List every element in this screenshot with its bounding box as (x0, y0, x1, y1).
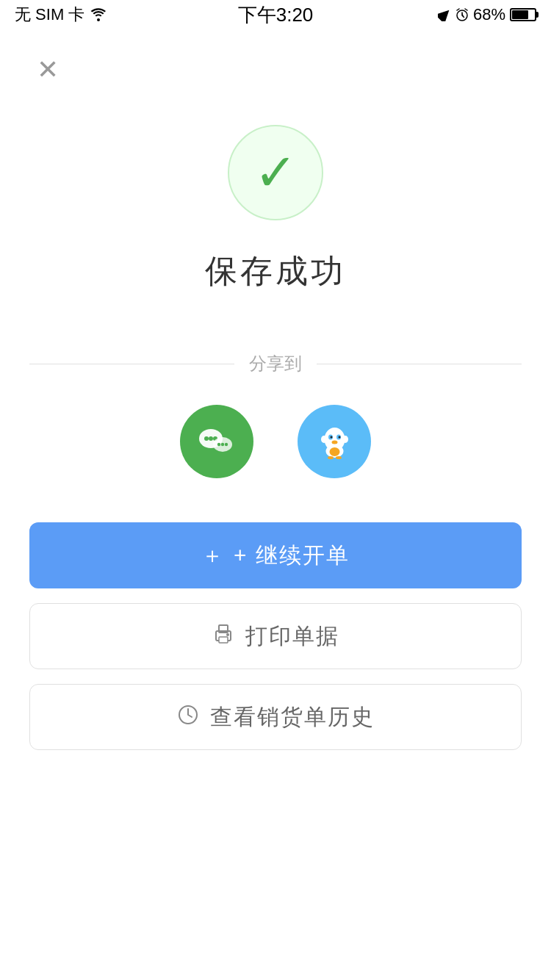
share-icons (29, 405, 522, 478)
plus-icon: ＋ (201, 541, 223, 571)
svg-point-19 (328, 456, 334, 459)
check-circle: ✓ (228, 125, 323, 220)
qq-icon (314, 422, 355, 462)
history-label: 查看销货单历史 (210, 702, 375, 732)
svg-point-20 (336, 456, 342, 459)
svg-point-18 (342, 436, 348, 443)
no-sim-text: 无 SIM 卡 (15, 4, 84, 26)
svg-point-8 (225, 443, 228, 446)
wechat-share-button[interactable] (180, 405, 253, 478)
share-label: 分享到 (234, 352, 317, 375)
svg-rect-22 (219, 637, 228, 643)
location-icon (438, 8, 451, 21)
continue-order-label: + 继续开单 (234, 541, 350, 571)
qq-share-button[interactable] (298, 405, 371, 478)
svg-point-2 (204, 436, 209, 441)
svg-point-3 (209, 436, 213, 441)
battery-percent: 68% (473, 5, 505, 24)
close-icon: ✕ (37, 57, 59, 83)
battery-icon (510, 8, 536, 21)
svg-point-17 (321, 436, 327, 443)
svg-point-6 (217, 443, 220, 446)
success-section: ✓ 保存成功 (29, 110, 522, 330)
close-button[interactable]: ✕ (29, 51, 66, 88)
status-bar: 无 SIM 卡 下午3:20 68% (0, 0, 551, 29)
continue-order-button[interactable]: ＋ + 继续开单 (29, 522, 522, 588)
wechat-icon (195, 419, 239, 464)
history-button[interactable]: 查看销货单历史 (29, 684, 522, 750)
print-label: 打印单据 (245, 621, 339, 652)
share-section: 分享到 (29, 330, 522, 508)
alarm-icon (455, 8, 469, 21)
history-icon (176, 703, 200, 732)
success-title: 保存成功 (205, 250, 346, 293)
print-icon (212, 622, 235, 651)
status-left: 无 SIM 卡 (15, 4, 107, 26)
page-content: ✕ ✓ 保存成功 分享到 (0, 29, 551, 750)
svg-point-16 (329, 447, 339, 456)
status-time: 下午3:20 (238, 2, 314, 28)
check-icon: ✓ (254, 147, 298, 198)
svg-point-13 (338, 436, 340, 438)
share-divider: 分享到 (29, 352, 522, 375)
svg-point-12 (330, 436, 332, 438)
print-button[interactable]: 打印单据 (29, 603, 522, 669)
action-buttons: ＋ + 继续开单 打印单据 查看销货单历史 (29, 508, 522, 750)
status-right: 68% (438, 5, 536, 24)
svg-point-7 (221, 443, 224, 446)
svg-point-14 (331, 440, 337, 444)
wifi-icon (90, 8, 107, 21)
svg-point-24 (226, 633, 229, 636)
